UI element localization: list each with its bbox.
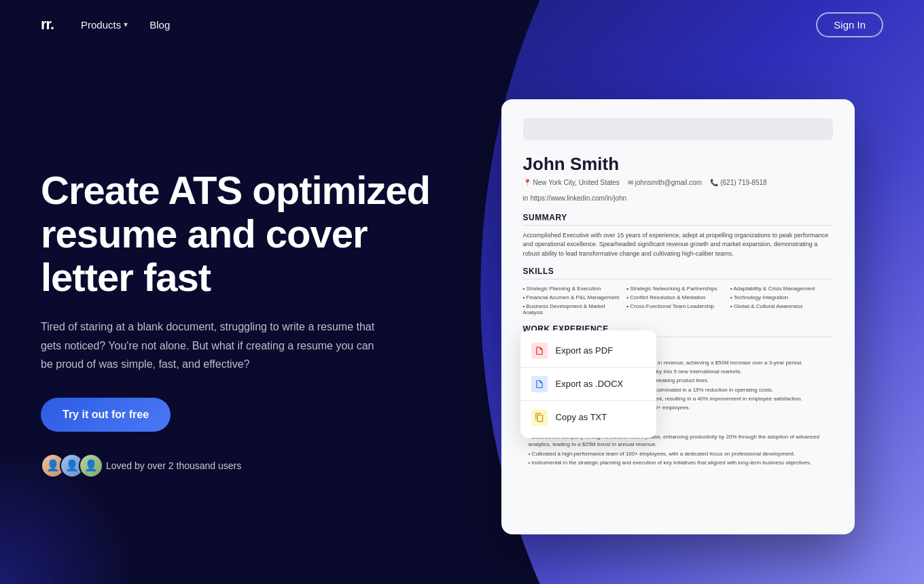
docx-icon: [531, 376, 548, 392]
divider: [520, 400, 656, 401]
hero-subtitle: Tired of staring at a blank document, st…: [41, 317, 380, 373]
skill-item: Strategic Networking & Partnerships: [626, 285, 729, 292]
logo: rr.: [41, 16, 54, 33]
nav-blog[interactable]: Blog: [149, 19, 170, 31]
hero-right: Export as PDF Export as .DOCX Copy as TX…: [445, 99, 883, 534]
nav-products[interactable]: Products ▾: [81, 19, 128, 31]
txt-icon: [531, 409, 548, 426]
social-proof-text: Loved by over 2 thousand users: [106, 460, 241, 471]
avatar-group: 👤 👤 👤: [41, 453, 98, 478]
hero-title: Create ATS optimized resume and cover le…: [41, 169, 445, 298]
sign-in-button[interactable]: Sign In: [816, 12, 883, 37]
hero-left: Create ATS optimized resume and cover le…: [41, 155, 445, 478]
nav-links: Products ▾ Blog: [81, 19, 170, 31]
skill-item: Strategic Planning & Execution: [523, 285, 626, 292]
divider: [520, 367, 656, 368]
export-popup: Export as PDF Export as .DOCX Copy as TX…: [520, 330, 656, 438]
resume-preview-card: Export as PDF Export as .DOCX Copy as TX…: [501, 99, 855, 534]
skill-item: Business Development & Market Analysis: [523, 303, 626, 316]
contact-linkedin: in https://www.linkedin.com/in/john: [523, 194, 627, 202]
summary-text: Accomplished Executive with over 15 year…: [523, 231, 833, 259]
chevron-down-icon: ▾: [124, 20, 128, 29]
skills-title: SKILLS: [523, 267, 833, 279]
resume-contact: 📍 New York City, United States ✉ johnsmi…: [523, 179, 833, 202]
copy-txt-item[interactable]: Copy as TXT: [520, 402, 656, 432]
skill-item: Conflict Resolution & Mediation: [626, 294, 729, 301]
skill-item: Technology Integration: [730, 294, 833, 301]
avatar: 👤: [79, 453, 103, 478]
skill-item: Adaptability & Crisis Management: [730, 285, 833, 292]
cta-button[interactable]: Try it out for free: [41, 398, 171, 432]
skill-item: Cross-Functional Team Leadership: [626, 303, 729, 316]
resume-content: John Smith 📍 New York City, United State…: [501, 99, 855, 534]
resume-name: John Smith: [523, 154, 833, 175]
skills-grid: Strategic Planning & Execution Strategic…: [523, 285, 833, 316]
contact-phone: 📞 (621) 719-8518: [710, 179, 766, 186]
skill-item: Global & Cultural Awareness: [730, 303, 833, 316]
navbar: rr. Products ▾ Blog Sign In: [0, 0, 924, 49]
main-content: Create ATS optimized resume and cover le…: [0, 49, 924, 584]
social-proof: 👤 👤 👤 Loved by over 2 thousand users: [41, 453, 445, 478]
work-bullet: Cultivated a high-performance team of 10…: [529, 450, 833, 458]
contact-email: ✉ johnsmith@gmail.com: [628, 179, 703, 186]
nav-left: rr. Products ▾ Blog: [41, 16, 170, 33]
work-bullet: Instrumental in the strategic planning a…: [529, 459, 833, 466]
pdf-icon: [531, 343, 548, 359]
skill-item: Financial Acumen & P&L Management: [523, 294, 626, 301]
summary-title: SUMMARY: [523, 213, 833, 226]
contact-location: 📍 New York City, United States: [523, 179, 620, 186]
export-pdf-item[interactable]: Export as PDF: [520, 336, 656, 366]
export-docx-item[interactable]: Export as .DOCX: [520, 369, 656, 399]
resume-topbar: [523, 118, 833, 140]
